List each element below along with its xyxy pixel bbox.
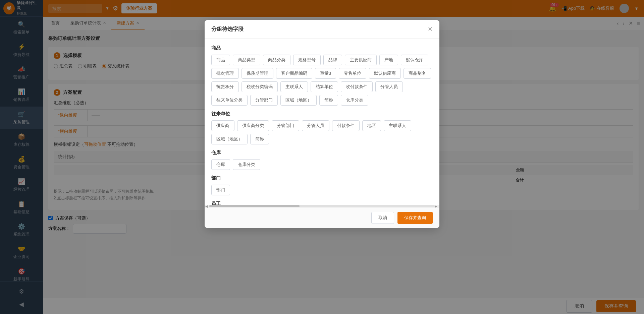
modal-header: 分组待选字段 ✕ — [205, 20, 439, 39]
section-title-goods: 商品 — [211, 45, 433, 51]
modal-overlay: 分组待选字段 ✕ 商品 商品 商品类型 商品分类 规格型号 品牌 主要供应商 产… — [0, 0, 644, 314]
modal-close-btn[interactable]: ✕ — [428, 25, 433, 33]
field-group-goods: 商品 商品类型 商品分类 规格型号 品牌 主要供应商 产地 默认仓库 批次管理 … — [211, 55, 433, 106]
field-btn-cp-7[interactable]: 区域（地区） — [211, 134, 248, 144]
field-group-counterpart: 供应商 供应商分类 分管部门 分管人员 付款条件 地区 主联系人 区域（地区） … — [211, 120, 433, 144]
field-btn-cp-3[interactable]: 分管人员 — [302, 120, 329, 131]
field-btn-goods-12[interactable]: 零售单位 — [339, 68, 366, 79]
scrollbar-track — [209, 205, 435, 207]
field-btn-cp-0[interactable]: 供应商 — [211, 120, 234, 131]
field-btn-goods-24[interactable]: 简称 — [319, 95, 338, 106]
field-btn-cp-1[interactable]: 供应商分类 — [237, 120, 269, 131]
field-btn-goods-15[interactable]: 拣货积分 — [211, 81, 239, 92]
field-btn-cp-2[interactable]: 分管部门 — [272, 120, 299, 131]
field-btn-goods-16[interactable]: 税收分类编码 — [241, 81, 278, 92]
field-btn-goods-6[interactable]: 产地 — [379, 55, 398, 65]
modal-horizontal-scrollbar[interactable]: ◀ ▶ — [205, 205, 439, 207]
field-btn-goods-18[interactable]: 结算单位 — [311, 81, 338, 92]
modal-cancel-btn[interactable]: 取消 — [371, 212, 394, 224]
field-btn-goods-13[interactable]: 默认供应商 — [369, 68, 401, 79]
section-title-employee: 员工 — [211, 201, 433, 205]
section-title-warehouse: 仓库 — [211, 150, 433, 156]
scrollbar-right-arrow[interactable]: ▶ — [435, 204, 439, 208]
field-btn-goods-10[interactable]: 客户商品编码 — [276, 68, 312, 79]
field-btn-goods-5[interactable]: 主要供应商 — [345, 55, 377, 65]
modal-footer: 取消 保存并查询 — [205, 207, 439, 228]
field-btn-cp-5[interactable]: 地区 — [362, 120, 381, 131]
field-group-warehouse: 仓库 仓库分类 — [211, 159, 433, 170]
section-title-department: 部门 — [211, 175, 433, 181]
field-btn-goods-20[interactable]: 分管人员 — [375, 81, 403, 92]
modal-title: 分组待选字段 — [211, 26, 244, 33]
field-btn-wh-1[interactable]: 仓库分类 — [233, 159, 260, 170]
field-btn-cp-6[interactable]: 主联系人 — [384, 120, 411, 131]
scrollbar-thumb[interactable] — [209, 205, 300, 207]
field-btn-goods-2[interactable]: 商品分类 — [263, 55, 290, 65]
field-btn-goods-8[interactable]: 批次管理 — [211, 68, 239, 79]
section-title-counterpart: 往来单位 — [211, 111, 433, 117]
field-btn-goods-22[interactable]: 分管部门 — [250, 95, 278, 106]
field-btn-goods-14[interactable]: 商品别名 — [404, 68, 431, 79]
field-btn-wh-0[interactable]: 仓库 — [211, 159, 230, 170]
field-btn-goods-25[interactable]: 仓库分类 — [341, 95, 368, 106]
field-btn-goods-23[interactable]: 区域（地区） — [280, 95, 317, 106]
field-btn-goods-17[interactable]: 主联系人 — [280, 81, 308, 92]
field-btn-goods-1[interactable]: 商品类型 — [233, 55, 260, 65]
field-btn-goods-19[interactable]: 收付款条件 — [341, 81, 373, 92]
modal-confirm-btn[interactable]: 保存并查询 — [397, 212, 433, 224]
field-btn-goods-4[interactable]: 品牌 — [323, 55, 342, 65]
field-btn-cp-8[interactable]: 简称 — [250, 134, 269, 144]
modal-body[interactable]: 商品 商品 商品类型 商品分类 规格型号 品牌 主要供应商 产地 默认仓库 批次… — [205, 39, 439, 205]
field-btn-goods-0[interactable]: 商品 — [211, 55, 230, 65]
field-btn-goods-3[interactable]: 规格型号 — [293, 55, 321, 65]
field-group-department: 部门 — [211, 185, 433, 195]
field-btn-dept-0[interactable]: 部门 — [211, 185, 230, 195]
scrollbar-left-arrow[interactable]: ◀ — [205, 204, 209, 208]
modal: 分组待选字段 ✕ 商品 商品 商品类型 商品分类 规格型号 品牌 主要供应商 产… — [205, 20, 439, 228]
field-btn-goods-9[interactable]: 保质期管理 — [241, 68, 273, 79]
field-btn-goods-11[interactable]: 重量3 — [315, 68, 336, 79]
field-btn-goods-21[interactable]: 往来单位分类 — [211, 95, 248, 106]
field-btn-goods-7[interactable]: 默认仓库 — [401, 55, 428, 65]
field-btn-cp-4[interactable]: 付款条件 — [332, 120, 360, 131]
